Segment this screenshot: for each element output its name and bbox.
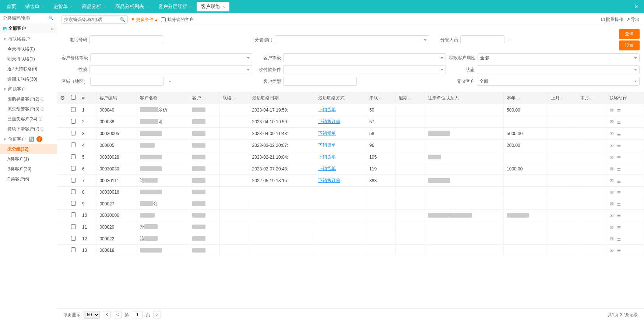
message-icon[interactable]: ✉ (609, 107, 614, 113)
message-icon[interactable]: ✉ (609, 119, 614, 125)
row-checkbox[interactable] (71, 166, 76, 171)
refresh-icon[interactable]: 🔄 (29, 137, 34, 142)
sidebar-item-abnormal[interactable]: 囤购异常客户(2) ⓘ (0, 94, 57, 104)
nav-tab-customer-tier[interactable]: 客户分层经营 × (154, 2, 196, 11)
page-input[interactable] (132, 311, 143, 318)
row-checkbox[interactable] (71, 236, 76, 241)
grid-icon-action[interactable]: ≣ (617, 247, 621, 253)
staff-more-icon[interactable]: ··· (507, 37, 513, 42)
close-analysis-list-icon[interactable]: × (146, 4, 148, 9)
sidebar-group-problem[interactable]: ▼ 问题客户 (0, 84, 57, 94)
grid-icon-action[interactable]: ≣ (617, 107, 621, 113)
select-all-checkbox[interactable] (71, 95, 76, 100)
area-input[interactable] (90, 77, 164, 86)
sidebar-item-warn[interactable]: 流失预警客户(3) ⓘ (0, 104, 57, 114)
last-method-link[interactable]: 下销货单 (318, 107, 336, 112)
grid-icon-action[interactable]: ≣ (617, 212, 621, 218)
row-checkbox[interactable] (71, 178, 76, 183)
collapse-sidebar-icon[interactable]: « (51, 26, 54, 32)
payment-select[interactable] (283, 65, 446, 74)
sidebar-item-class-c[interactable]: C类客户(6) (0, 174, 57, 184)
sidebar-search-input[interactable] (3, 15, 47, 21)
close-purchase-icon[interactable]: × (70, 4, 72, 9)
phone-input[interactable] (89, 35, 163, 44)
last-method-link[interactable]: 下销货单 (318, 166, 336, 171)
grid-icon-action[interactable]: ≣ (617, 142, 621, 148)
message-icon[interactable]: ✉ (609, 247, 614, 253)
grid-icon-action[interactable]: ≣ (617, 224, 621, 230)
export-button[interactable]: ↗ 导出 (626, 17, 640, 23)
message-icon[interactable]: ✉ (609, 178, 614, 184)
sidebar-group-value[interactable]: ▼ 价值客户 🔄 ! (0, 134, 57, 144)
batch-op-button[interactable]: ☑ 批量操作 (601, 17, 623, 23)
last-method-link[interactable]: 下销货单 (318, 154, 336, 159)
sidebar-item-declining[interactable]: 持续下滑客户(2) ⓘ (0, 124, 57, 134)
page-size-select[interactable]: 50 (84, 311, 100, 319)
status-select[interactable] (477, 65, 640, 74)
zero-attr-select[interactable]: 全部 (478, 53, 640, 62)
message-icon[interactable]: ✉ (609, 189, 614, 195)
grid-icon-action[interactable]: ≣ (617, 236, 621, 242)
last-method-link[interactable]: 下销货单 (318, 142, 336, 148)
nav-tab-customer-contact[interactable]: 客户联络 × (197, 2, 229, 11)
customer-type-input[interactable] (283, 77, 357, 86)
grid-icon-action[interactable]: ≣ (617, 201, 621, 207)
row-checkbox[interactable] (71, 247, 76, 252)
next-page-button[interactable]: > (153, 311, 161, 318)
row-checkbox[interactable] (71, 224, 76, 229)
close-customer-tier-icon[interactable]: × (189, 4, 191, 9)
sidebar-item-lost[interactable]: 已流失客户(24) ⓘ (0, 114, 57, 124)
row-checkbox[interactable] (71, 212, 76, 217)
my-customers-checkbox-label[interactable]: 我分管的客户 (161, 17, 194, 23)
row-checkbox[interactable] (71, 201, 76, 206)
message-icon[interactable]: ✉ (609, 201, 614, 207)
message-icon[interactable]: ✉ (609, 224, 614, 230)
grid-icon-action[interactable]: ≣ (617, 166, 621, 172)
staff-input[interactable] (460, 35, 504, 44)
reset-button[interactable]: 设置 (619, 40, 640, 50)
last-method-link[interactable]: 下销售订单 (318, 178, 340, 183)
sidebar-item-7days[interactable]: 近7天待联络(0) (0, 64, 57, 74)
grid-icon-action[interactable]: ≣ (617, 119, 621, 125)
settings-icon[interactable]: ⚙ (60, 95, 65, 101)
nature-select[interactable] (89, 65, 252, 74)
sidebar-item-class-b[interactable]: B类客户(33) (0, 164, 57, 174)
customer-level-select[interactable] (283, 53, 446, 62)
message-icon[interactable]: ✉ (609, 166, 614, 172)
sidebar-item-class-a[interactable]: A类客户(1) (0, 154, 57, 164)
search-icon[interactable]: 🔍 (120, 17, 125, 22)
nav-tab-sales[interactable]: 销售单 × (21, 2, 48, 11)
row-checkbox[interactable] (71, 107, 76, 112)
close-analysis-icon[interactable]: × (103, 4, 106, 9)
search-button[interactable]: 查询 (619, 29, 640, 39)
close-customer-contact-icon[interactable]: × (222, 4, 225, 9)
row-checkbox[interactable] (71, 189, 76, 194)
message-icon[interactable]: ✉ (609, 212, 614, 218)
nav-tab-purchase[interactable]: 进货单 × (49, 2, 77, 11)
prev-page-button[interactable]: < (114, 311, 122, 318)
window-close-button[interactable]: × (631, 3, 641, 11)
message-icon[interactable]: ✉ (609, 154, 614, 160)
grid-icon-action[interactable]: ≣ (617, 131, 621, 137)
row-checkbox[interactable] (71, 154, 76, 159)
message-icon[interactable]: ✉ (609, 142, 614, 148)
dept-select[interactable] (275, 35, 429, 44)
sidebar-item-today[interactable]: 今天待联络(0) (0, 44, 57, 54)
nav-tab-analysis-list[interactable]: 商品分析列表 × (111, 2, 153, 11)
grid-icon-action[interactable]: ≣ (617, 189, 621, 195)
first-page-button[interactable]: K (103, 311, 111, 318)
message-icon[interactable]: ✉ (609, 236, 614, 242)
area-more-icon[interactable]: ··· (166, 79, 173, 84)
more-conditions-button[interactable]: ▼ 更多条件 ▲ (131, 17, 158, 23)
row-checkbox[interactable] (71, 119, 76, 124)
nav-tab-analysis[interactable]: 商品分析 × (78, 2, 110, 11)
row-checkbox[interactable] (71, 131, 76, 135)
my-customers-checkbox[interactable] (161, 17, 166, 22)
price-level-select[interactable] (90, 53, 252, 62)
last-method-link[interactable]: 下销售订单 (318, 119, 340, 124)
close-sales-icon[interactable]: × (42, 4, 44, 9)
zero-customer-select[interactable]: 全部 (477, 77, 640, 86)
sidebar-item-overdue[interactable]: 逾期未联络(30) (0, 74, 57, 84)
last-method-link[interactable]: 下销货单 (318, 131, 336, 136)
row-checkbox[interactable] (71, 142, 76, 147)
